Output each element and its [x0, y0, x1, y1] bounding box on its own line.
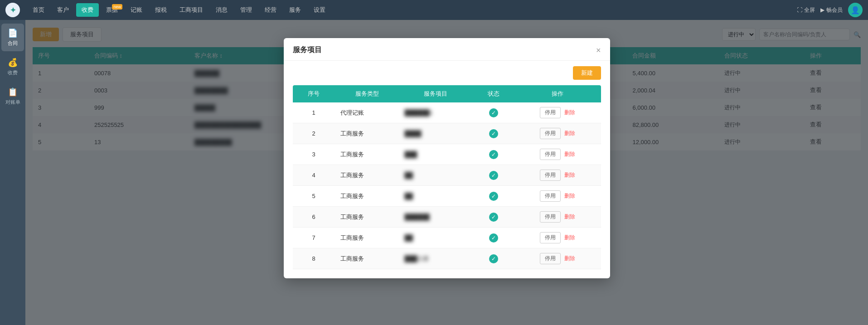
- vip-label: 畅会员: [826, 6, 843, 14]
- modal-close-button[interactable]: ×: [596, 46, 601, 54]
- reconcile-icon: 📋: [8, 87, 18, 97]
- stop-button[interactable]: 停用: [540, 107, 561, 118]
- nav-tax[interactable]: 报税: [150, 3, 172, 17]
- sidebar: 📄 合同 💰 收费 📋 对账单: [0, 20, 25, 325]
- stop-button[interactable]: 停用: [540, 128, 561, 139]
- sidebar-item-fee[interactable]: 💰 收费: [1, 53, 24, 81]
- modal-cell-actions: 停用 删除: [514, 102, 601, 123]
- nav-manage[interactable]: 管理: [235, 3, 257, 17]
- delete-button[interactable]: 删除: [564, 130, 575, 137]
- delete-button[interactable]: 删除: [564, 150, 575, 158]
- nav-items: 首页 客户 收费 票据 new 记账 报税 工商项目 消息 管理 经营 服务 设…: [27, 3, 797, 17]
- modal-header: 服务项目 ×: [284, 38, 610, 61]
- new-service-button[interactable]: 新建: [573, 66, 601, 80]
- modal-cell-index: 4: [293, 165, 335, 186]
- stop-button[interactable]: 停用: [540, 190, 561, 202]
- modal-cell-type: 工商服务: [335, 228, 399, 248]
- modal-cell-status: ✓: [472, 165, 514, 186]
- modal-cell-item: ██████: [399, 207, 472, 228]
- sidebar-item-contract[interactable]: 📄 合同: [1, 24, 24, 51]
- modal-cell-index: 7: [293, 228, 335, 248]
- modal-table-row: 5 工商服务 ██ ✓ 停用 删除: [293, 186, 601, 207]
- modal-table-row: 7 工商服务 ██ ✓ 停用 删除: [293, 228, 601, 248]
- service-item-modal: 服务项目 × 新建 序号 服务类型 服务项目 状态: [284, 38, 610, 278]
- nav-service[interactable]: 服务: [284, 3, 306, 17]
- modal-table-row: 1 代理记账 ██████1 ✓ 停用 删除: [293, 102, 601, 123]
- modal-col-action: 操作: [514, 85, 601, 102]
- status-check-icon: ✓: [489, 108, 498, 117]
- modal-cell-type: 工商服务: [335, 207, 399, 228]
- modal-col-item: 服务项目: [399, 85, 472, 102]
- action-cell: 停用 删除: [520, 253, 595, 264]
- status-check-icon: ✓: [489, 171, 498, 180]
- nav-message[interactable]: 消息: [210, 3, 233, 17]
- nav-bookkeeping[interactable]: 记账: [125, 3, 148, 17]
- modal-cell-index: 5: [293, 186, 335, 207]
- modal-cell-item: ████: [399, 123, 472, 144]
- modal-service-table: 序号 服务类型 服务项目 状态 操作 1 代理记账 ██████1 ✓: [293, 85, 601, 269]
- status-check-icon: ✓: [489, 129, 498, 138]
- avatar[interactable]: 👤: [848, 3, 863, 17]
- vip-button[interactable]: ▶ 畅会员: [820, 6, 843, 14]
- contract-icon: 📄: [8, 28, 18, 38]
- delete-button[interactable]: 删除: [564, 234, 575, 242]
- nav-settings[interactable]: 设置: [308, 3, 331, 17]
- stop-button[interactable]: 停用: [540, 211, 561, 223]
- nav-operate[interactable]: 经营: [259, 3, 282, 17]
- modal-toolbar: 新建: [284, 61, 610, 85]
- status-check-icon: ✓: [489, 192, 498, 201]
- status-check-icon: ✓: [489, 213, 498, 222]
- modal-cell-item: ██: [399, 186, 472, 207]
- modal-table-row: 3 工商服务 ███ ✓ 停用 删除: [293, 144, 601, 165]
- delete-button[interactable]: 删除: [564, 192, 575, 200]
- modal-cell-type: 工商服务: [335, 165, 399, 186]
- delete-button[interactable]: 删除: [564, 109, 575, 116]
- modal-table-row: 2 工商服务 ████ ✓ 停用 删除: [293, 123, 601, 144]
- nav-business[interactable]: 工商项目: [174, 3, 209, 17]
- vip-icon: ▶: [820, 7, 824, 13]
- action-cell: 停用 删除: [520, 232, 595, 243]
- modal-table-wrapper[interactable]: 序号 服务类型 服务项目 状态 操作 1 代理记账 ██████1 ✓: [284, 85, 610, 278]
- modal-cell-item: ███: [399, 144, 472, 165]
- modal-cell-actions: 停用 删除: [514, 144, 601, 165]
- nav-bill[interactable]: 票据 new: [101, 3, 123, 17]
- modal-cell-type: 工商服务: [335, 186, 399, 207]
- action-cell: 停用 删除: [520, 190, 595, 202]
- nav-home[interactable]: 首页: [27, 3, 50, 17]
- delete-button[interactable]: 删除: [564, 255, 575, 262]
- stop-button[interactable]: 停用: [540, 253, 561, 264]
- stop-button[interactable]: 停用: [540, 170, 561, 181]
- modal-cell-item: ███注册: [399, 248, 472, 269]
- modal-cell-actions: 停用 删除: [514, 165, 601, 186]
- modal-table-row: 6 工商服务 ██████ ✓ 停用 删除: [293, 207, 601, 228]
- stop-button[interactable]: 停用: [540, 232, 561, 243]
- modal-title: 服务项目: [293, 45, 322, 55]
- action-cell: 停用 删除: [520, 149, 595, 160]
- sidebar-label-contract: 合同: [8, 40, 18, 47]
- action-cell: 停用 删除: [520, 170, 595, 181]
- modal-cell-index: 6: [293, 207, 335, 228]
- action-cell: 停用 删除: [520, 107, 595, 118]
- top-nav: ✦ 首页 客户 收费 票据 new 记账 报税 工商项目 消息 管理 经营 服务…: [0, 0, 868, 20]
- modal-cell-index: 3: [293, 144, 335, 165]
- modal-cell-actions: 停用 删除: [514, 228, 601, 248]
- stop-button[interactable]: 停用: [540, 149, 561, 160]
- modal-cell-actions: 停用 删除: [514, 248, 601, 269]
- sidebar-item-reconcile[interactable]: 📋 对账单: [1, 82, 24, 110]
- new-badge: new: [112, 4, 122, 10]
- modal-cell-item: ██: [399, 228, 472, 248]
- modal-cell-status: ✓: [472, 228, 514, 248]
- modal-cell-status: ✓: [472, 144, 514, 165]
- modal-cell-index: 1: [293, 102, 335, 123]
- nav-fee[interactable]: 收费: [76, 3, 99, 17]
- modal-cell-index: 2: [293, 123, 335, 144]
- modal-cell-item: ██████1: [399, 102, 472, 123]
- status-check-icon: ✓: [489, 150, 498, 159]
- logo-icon: ✦: [5, 3, 20, 17]
- delete-button[interactable]: 删除: [564, 213, 575, 221]
- fullscreen-button[interactable]: ⛶ 全屏: [797, 6, 815, 14]
- fullscreen-label: 全屏: [804, 6, 815, 14]
- delete-button[interactable]: 删除: [564, 171, 575, 179]
- nav-customer[interactable]: 客户: [52, 3, 74, 17]
- modal-table-row: 4 工商服务 ██ ✓ 停用 删除: [293, 165, 601, 186]
